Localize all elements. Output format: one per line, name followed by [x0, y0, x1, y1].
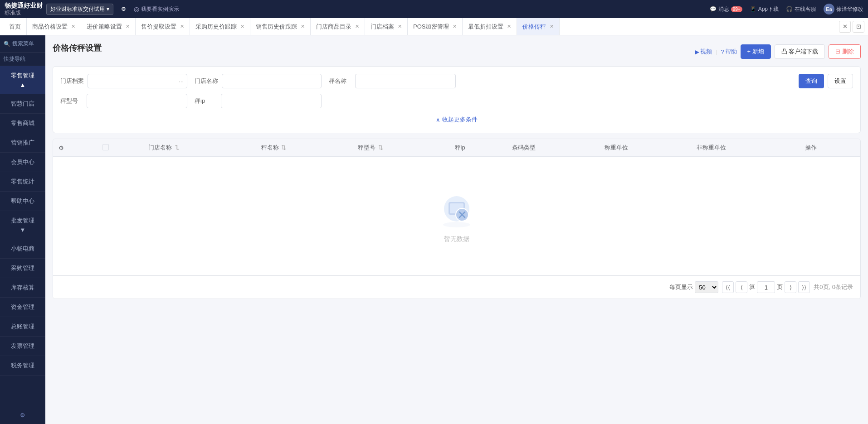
col-settings[interactable]: ⚙: [53, 139, 97, 157]
tab-purchase-history[interactable]: 采购历史价跟踪 ✕: [190, 18, 250, 35]
download-client-button[interactable]: 凸 客户端下载: [775, 44, 825, 59]
tab-product-price-close[interactable]: ✕: [71, 24, 75, 29]
tab-min-discount[interactable]: 最低折扣设置 ✕: [463, 18, 517, 35]
store-name-input[interactable]: [222, 74, 322, 88]
sidebar-item-retail-mall[interactable]: 零售商城: [0, 114, 45, 133]
chevron-up-icon: ∧: [436, 116, 440, 123]
page-title: 价格传秤设置: [53, 43, 102, 53]
collapse-label: 收起更多条件: [442, 116, 478, 124]
version-selector[interactable]: 好业财标准版交付试用 ▾: [46, 4, 113, 15]
sidebar-settings-btn[interactable]: ⚙: [0, 406, 45, 424]
tab-min-discount-label: 最低折扣设置: [468, 23, 503, 31]
tab-close-btn[interactable]: ✕: [839, 21, 851, 33]
layout: 🔍 搜索菜单 快捷导航 零售管理 ▲ 智慧门店 零售商城 营销推广 会员中心 零…: [0, 35, 868, 424]
tab-pos-encrypt-close[interactable]: ✕: [453, 24, 457, 29]
sidebar-item-wholesale-mgmt[interactable]: 批发管理 ▼: [0, 211, 45, 239]
sidebar-item-member-center[interactable]: 会员中心: [0, 153, 45, 172]
tab-store-archive[interactable]: 门店档案 ✕: [365, 18, 408, 35]
sidebar-item-smart-store[interactable]: 智慧门店: [0, 94, 45, 114]
tab-pos-encrypt[interactable]: POS加密管理 ✕: [408, 18, 463, 35]
sidebar-item-xiaochange[interactable]: 小畅电商: [0, 239, 45, 259]
settings-form-button[interactable]: 设置: [828, 74, 853, 88]
per-page-select[interactable]: 10 20 50 100: [695, 281, 718, 293]
tab-purchase-strategy[interactable]: 进价策略设置 ✕: [81, 18, 136, 35]
store-archive-input[interactable]: [88, 74, 187, 88]
tab-min-discount-close[interactable]: ✕: [507, 24, 511, 29]
scale-ip-label: 秤ip: [195, 97, 217, 105]
tab-store-catalog[interactable]: 门店商品目录 ✕: [311, 18, 365, 35]
tab-purchase-history-close[interactable]: ✕: [240, 24, 244, 29]
col-scale-name[interactable]: 秤名称 ⇅: [256, 139, 352, 157]
sidebar-item-tax[interactable]: 税务管理: [0, 356, 45, 376]
sidebar-item-help-center[interactable]: 帮助中心: [0, 192, 45, 211]
sidebar-item-invoice[interactable]: 发票管理: [0, 337, 45, 356]
empty-illustration: [434, 188, 479, 234]
tab-sale-price[interactable]: 售价提取设置 ✕: [136, 18, 190, 35]
add-button[interactable]: + 新增: [741, 44, 771, 59]
col-scale-model[interactable]: 秤型号 ⇅: [352, 139, 449, 157]
delete-button[interactable]: ⊟ 删除: [829, 44, 861, 59]
app-subtitle: 标准版: [5, 10, 43, 16]
collapse-button[interactable]: ∧ 收起更多条件: [60, 114, 853, 125]
main-content: 价格传秤设置 ▶ 视频 | ? 帮助 + 新增 凸 客户端下载: [45, 35, 868, 424]
query-button[interactable]: 查询: [799, 74, 824, 88]
settings-icon-btn[interactable]: ⚙: [117, 4, 130, 14]
prev-page-btn[interactable]: ⟨: [736, 281, 747, 293]
first-page-btn[interactable]: ⟨⟨: [722, 281, 734, 293]
sidebar-nav[interactable]: 快捷导航: [0, 53, 45, 66]
select-all-checkbox[interactable]: [102, 144, 109, 150]
message-icon: 💬: [710, 6, 717, 12]
tab-product-price[interactable]: 商品价格设置 ✕: [27, 18, 81, 35]
tab-maximize-btn[interactable]: ⊡: [853, 21, 864, 33]
page-number-input[interactable]: [757, 281, 775, 293]
video-link[interactable]: ▶ 视频: [695, 48, 712, 56]
marketing-label: 营销推广: [11, 139, 34, 147]
sidebar-item-marketing[interactable]: 营销推广: [0, 133, 45, 153]
toolbar-right: ▶ 视频 | ? 帮助 + 新增 凸 客户端下载 ⊟ 删除: [695, 44, 861, 59]
tab-sales-history[interactable]: 销售历史价跟踪 ✕: [250, 18, 311, 35]
next-page-btn[interactable]: ⟩: [785, 281, 796, 293]
col-store-name[interactable]: 门店名称 ⇅: [143, 139, 255, 157]
tab-store-catalog-close[interactable]: ✕: [355, 24, 359, 29]
tab-purchase-strategy-close[interactable]: ✕: [126, 24, 130, 29]
retail-stats-label: 零售统计: [11, 178, 34, 186]
tab-bar: 首页 商品价格设置 ✕ 进价策略设置 ✕ 售价提取设置 ✕ 采购历史价跟踪 ✕ …: [0, 18, 868, 35]
more-icon[interactable]: ···: [179, 78, 184, 85]
tab-price-scale-label: 价格传秤: [522, 23, 546, 31]
app-download-btn[interactable]: 📱 App下载: [750, 5, 779, 13]
messages-btn[interactable]: 💬 消息 99+: [710, 5, 742, 13]
online-service-btn[interactable]: 🎧 在线客服: [786, 5, 816, 13]
user-abbr: Ea: [826, 6, 832, 12]
tab-sale-price-close[interactable]: ✕: [180, 24, 184, 29]
sidebar-item-inventory[interactable]: 库存核算: [0, 278, 45, 298]
help-link[interactable]: ? 帮助: [721, 48, 736, 56]
demo-button[interactable]: ◎ 我要看实例演示: [134, 5, 179, 13]
col-weight-unit: 称重单位: [599, 139, 692, 157]
sidebar-item-finance[interactable]: 资金管理: [0, 298, 45, 317]
tab-store-archive-close[interactable]: ✕: [398, 24, 402, 29]
tab-home[interactable]: 首页: [4, 18, 27, 35]
sidebar-search-label: 搜索菜单: [12, 40, 34, 48]
sidebar-item-retail-stats[interactable]: 零售统计: [0, 172, 45, 192]
tab-store-archive-label: 门店档案: [371, 23, 394, 31]
video-label: 视频: [700, 48, 712, 56]
tab-price-scale-close[interactable]: ✕: [550, 24, 554, 29]
tab-pos-encrypt-label: POS加密管理: [413, 23, 449, 31]
top-header: 畅捷通好业财 标准版 好业财标准版交付试用 ▾ ⚙ ◎ 我要看实例演示 💬 消息…: [0, 0, 868, 18]
online-service-label: 在线客服: [795, 5, 816, 13]
sidebar-item-general-ledger[interactable]: 总账管理: [0, 317, 45, 337]
tab-store-catalog-label: 门店商品目录: [316, 23, 351, 31]
scale-name-input[interactable]: [355, 74, 456, 88]
sidebar-item-purchase-mgmt[interactable]: 采购管理: [0, 259, 45, 278]
user-menu-btn[interactable]: Ea 徐泽华修改: [824, 4, 863, 14]
tab-sales-history-close[interactable]: ✕: [301, 24, 305, 29]
col-scale-ip: 秤ip: [449, 139, 507, 157]
store-archive-input-wrapper: ···: [88, 74, 187, 88]
last-page-btn[interactable]: ⟩⟩: [798, 281, 810, 293]
sidebar-search[interactable]: 🔍 搜索菜单: [0, 35, 45, 53]
sidebar-item-retail-mgmt[interactable]: 零售管理 ▲: [0, 66, 45, 94]
scale-model-input[interactable]: [87, 94, 187, 108]
tab-price-scale[interactable]: 价格传秤 ✕: [517, 18, 560, 35]
scale-ip-input[interactable]: [221, 94, 322, 108]
tab-product-price-label: 商品价格设置: [32, 23, 68, 31]
